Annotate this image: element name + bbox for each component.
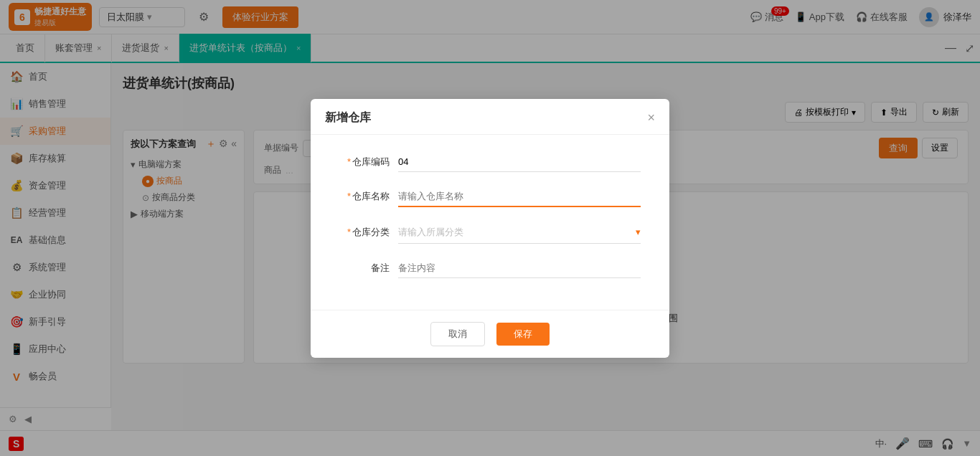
- category-placeholder: 请输入所属分类: [398, 226, 463, 239]
- modal-header: 新增仓库 ×: [311, 99, 669, 135]
- modal-title: 新增仓库: [325, 110, 371, 125]
- modal-overlay: 新增仓库 × 仓库编码 仓库名称 仓库分类 请输入所属分类 ▾: [0, 0, 980, 456]
- modal-new-warehouse: 新增仓库 × 仓库编码 仓库名称 仓库分类 请输入所属分类 ▾: [311, 99, 669, 358]
- category-chevron-icon: ▾: [636, 227, 641, 237]
- code-input[interactable]: [398, 152, 641, 172]
- category-label: 仓库分类: [339, 226, 390, 239]
- form-row-category: 仓库分类 请输入所属分类 ▾: [339, 222, 641, 244]
- form-row-name: 仓库名称: [339, 186, 641, 207]
- save-btn[interactable]: 保存: [496, 323, 550, 346]
- name-label: 仓库名称: [339, 190, 390, 203]
- note-label: 备注: [339, 262, 390, 275]
- modal-footer: 取消 保存: [311, 310, 669, 358]
- form-row-code: 仓库编码: [339, 152, 641, 172]
- cancel-btn[interactable]: 取消: [430, 322, 485, 346]
- modal-body: 仓库编码 仓库名称 仓库分类 请输入所属分类 ▾ 备注: [311, 135, 669, 310]
- modal-close-btn[interactable]: ×: [647, 110, 655, 125]
- code-label: 仓库编码: [339, 156, 390, 168]
- name-input[interactable]: [398, 186, 641, 207]
- category-select[interactable]: 请输入所属分类 ▾: [398, 222, 641, 244]
- note-input[interactable]: [398, 258, 641, 278]
- form-row-note: 备注: [339, 258, 641, 278]
